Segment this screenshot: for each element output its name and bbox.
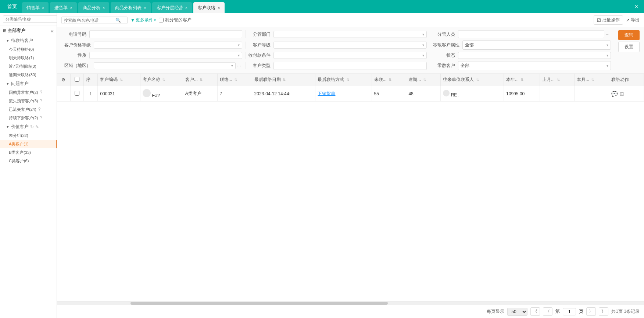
th-overdue[interactable]: 逾期... ⇅ <box>406 74 441 86</box>
sidebar-group-problem[interactable]: ▼ 问题客户 <box>0 79 57 88</box>
horizontal-scrollbar[interactable] <box>57 301 644 305</box>
sidebar-search-input[interactable] <box>3 15 57 23</box>
scrollbar-thumb[interactable] <box>130 302 388 305</box>
content-area: 🔍 ▼ 更多条件 ▾ 我分管的客户 ☑ 批量操作 ↗ 导出 <box>57 13 644 318</box>
next-page-button[interactable]: 〉 <box>586 307 596 316</box>
nav-tab-analysis-close[interactable]: × <box>103 6 105 10</box>
sidebar-all-customers[interactable]: ⊞ 全部客户 « <box>0 25 57 36</box>
total-pages-label: 页 <box>579 308 583 315</box>
th-last-date[interactable]: 最后联络日期 ⇅ <box>252 74 315 86</box>
sidebar-item-churned[interactable]: 已流失客户(24) ? <box>0 105 57 114</box>
my-customers-label: 我分管的客户 <box>165 17 192 23</box>
filter-cell-person: 分管人员 ··· <box>430 30 614 38</box>
person-dots-icon[interactable]: ··· <box>604 32 611 37</box>
cell-last-method[interactable]: 下销货单 <box>315 86 372 102</box>
nav-tab-sales-close[interactable]: × <box>42 6 44 10</box>
sidebar-item-repurchase-anomaly[interactable]: 回购异常客户(2) ? <box>0 88 57 97</box>
my-customers-checkbox-container[interactable]: 我分管的客户 <box>159 17 192 23</box>
sidebar: 🔍 ⊞ 全部客户 « ▼ 待联络客户 今天待联络(0) 明天待联络(1) 近7天… <box>0 13 57 318</box>
region-label: 区域（地区） <box>64 63 91 69</box>
dept-select[interactable]: ▾ <box>273 31 426 38</box>
batch-op-button[interactable]: ☑ 批量操作 <box>594 15 623 25</box>
nav-tab-analysis-list[interactable]: 商品分析列表 × <box>111 2 150 13</box>
nature-select[interactable]: ▾ <box>89 52 242 59</box>
nav-tab-customer-contact[interactable]: 客户联络 × <box>193 2 224 13</box>
select-all-checkbox[interactable] <box>75 77 79 82</box>
person-input[interactable] <box>458 30 604 38</box>
sidebar-item-churn-warning[interactable]: 流失预警客户(3) ? <box>0 97 57 105</box>
query-button[interactable]: 查询 <box>618 30 640 40</box>
problem-arrow-icon: ▼ <box>6 82 10 86</box>
sidebar-item-declining[interactable]: 持续下滑客户(2) ? <box>0 114 57 122</box>
customer-grade-select[interactable]: ▾ <box>273 42 426 49</box>
value-refresh-icon[interactable]: ↻ <box>30 124 34 130</box>
nav-tab-analysis[interactable]: 商品分析 × <box>78 2 109 13</box>
sidebar-item-tomorrow[interactable]: 明天待联络(1) <box>0 54 57 62</box>
nav-tab-customer-ops-close[interactable]: × <box>185 6 187 10</box>
th-this-month[interactable]: 本月... ⇅ <box>575 74 609 86</box>
filter-action-buttons: 查询 设置 <box>614 30 640 70</box>
sidebar-item-overdue[interactable]: 逾期未联络(30) <box>0 71 57 79</box>
cell-checkbox[interactable] <box>70 86 83 102</box>
sidebar-item-7days[interactable]: 近7天待联络(0) <box>0 62 57 71</box>
sort-icon-overdue: ⇅ <box>423 78 426 82</box>
page-size-select[interactable]: 50 100 <box>507 308 527 316</box>
th-last-month[interactable]: 上月... ⇅ <box>540 74 575 86</box>
phone-input[interactable] <box>89 30 242 38</box>
sort-icon-year: ⇅ <box>520 78 523 82</box>
last-method-link[interactable]: 下销货单 <box>318 91 335 96</box>
row-checkbox[interactable] <box>75 91 79 96</box>
price-grade-select[interactable]: ▾ <box>94 42 242 49</box>
window-close-button[interactable]: × <box>632 3 641 10</box>
th-year-amount[interactable]: 本年... ⇅ <box>504 74 540 86</box>
th-name[interactable]: 客户名称 ⇅ <box>140 74 183 86</box>
sidebar-item-b-class[interactable]: B类客户(33) <box>0 148 57 157</box>
batch-op-checkbox-icon: ☑ <box>597 18 601 23</box>
filter-more-button[interactable]: ▼ 更多条件 ▾ <box>130 17 156 23</box>
prev-page-button[interactable]: 〈 <box>543 307 552 316</box>
filter-search-input[interactable] <box>64 18 115 22</box>
nav-tab-customer-ops[interactable]: 客户分层经营 × <box>152 2 192 13</box>
nav-tab-purchase-close[interactable]: × <box>70 6 72 10</box>
sidebar-collapse-icon[interactable]: « <box>51 28 54 34</box>
value-edit-icon[interactable]: ✎ <box>35 124 39 130</box>
first-page-button[interactable]: 《 <box>530 307 540 316</box>
nav-tab-analysis-list-close[interactable]: × <box>144 6 146 10</box>
my-customers-checkbox[interactable] <box>159 18 164 22</box>
top-nav: 首页 销售单 × 进货单 × 商品分析 × 商品分析列表 × 客户分层经营 × … <box>0 0 644 13</box>
sidebar-group-value[interactable]: ▼ 价值客户 ↻ ✎ <box>0 122 57 131</box>
retail-customer-select[interactable]: 全部 ▾ <box>458 61 611 70</box>
nav-tab-purchase[interactable]: 进货单 × <box>50 2 76 13</box>
dept-arrow-icon: ▾ <box>422 32 424 36</box>
action-chat-icon[interactable]: 💬 <box>611 91 618 97</box>
page-number-input[interactable] <box>563 308 576 315</box>
settings-button[interactable]: 设置 <box>618 42 640 52</box>
sidebar-item-a-class[interactable]: A类客户(1) <box>0 140 57 148</box>
th-last-method[interactable]: 最后联络方式 ⇅ <box>315 74 372 86</box>
status-select[interactable]: ▾ <box>458 52 611 59</box>
cell-year-amount: 10995.00 <box>504 86 540 102</box>
action-qr-icon[interactable]: ⊞ <box>620 91 624 97</box>
payment-select[interactable]: ▾ <box>273 52 426 59</box>
filter-search-icon[interactable]: 🔍 <box>115 18 121 23</box>
last-page-button[interactable]: 》 <box>599 307 608 316</box>
th-not-contact[interactable]: 未联... ⇅ <box>372 74 406 86</box>
th-settings[interactable]: ⚙ <box>57 74 70 86</box>
th-type[interactable]: 客户... ⇅ <box>183 74 217 86</box>
region-dots-icon[interactable]: ··· <box>236 63 242 68</box>
customer-type-input[interactable] <box>273 62 426 70</box>
th-code[interactable]: 客户编码 ⇅ <box>98 74 140 86</box>
nav-home[interactable]: 首页 <box>3 0 21 13</box>
export-button[interactable]: ↗ 导出 <box>626 17 640 23</box>
nav-tab-customer-contact-close[interactable]: × <box>218 6 220 10</box>
th-contact-person[interactable]: 往来单位联系人 ⇅ <box>441 74 504 86</box>
retail-attr-select[interactable]: 全部 ▾ <box>462 40 611 50</box>
sidebar-item-ungrouped[interactable]: 未分组(32) <box>0 131 57 140</box>
th-contact[interactable]: 联络... ⇅ <box>217 74 252 86</box>
nav-tab-sales[interactable]: 销售单 × <box>22 2 49 13</box>
cell-contact-person: RE . <box>441 86 504 102</box>
sidebar-group-pending[interactable]: ▼ 待联络客户 <box>0 36 57 45</box>
sidebar-item-c-class[interactable]: C类客户(6) <box>0 157 57 165</box>
sidebar-item-today[interactable]: 今天待联络(0) <box>0 45 57 54</box>
region-select[interactable]: ▾ <box>94 62 236 69</box>
